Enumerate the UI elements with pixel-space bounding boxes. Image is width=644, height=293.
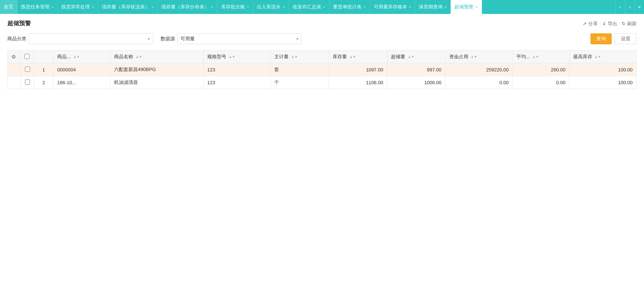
nav-close-icon[interactable]: × bbox=[151, 5, 154, 9]
select-all-checkbox[interactable] bbox=[25, 54, 30, 59]
share-button[interactable]: ➚ 分享 bbox=[583, 21, 598, 27]
nav-inventory-dist[interactable]: 现存量（库存分布表） × bbox=[158, 0, 217, 14]
table-row: 2 186-10... 机油滤清器 123 个 1106.00 1006.00 … bbox=[8, 76, 637, 89]
th-index bbox=[34, 51, 54, 63]
category-filter: 商品分类 ▾ bbox=[7, 33, 153, 44]
datasource-select-value: 可用量 bbox=[180, 36, 195, 42]
nav-close-icon[interactable]: × bbox=[247, 5, 249, 9]
category-select[interactable]: ▾ bbox=[29, 33, 153, 44]
nav-close-icon[interactable]: × bbox=[363, 5, 366, 9]
top-nav: 首页 拣货任务管理 × 拣货异常处理 × 现存量（库存状况表） × 现存量（库存… bbox=[0, 0, 644, 14]
nav-close-icon[interactable]: × bbox=[323, 5, 325, 9]
row-product-code: 186-10... bbox=[54, 76, 110, 89]
nav-close-icon[interactable]: × bbox=[475, 5, 477, 9]
refresh-icon: ↻ bbox=[622, 21, 626, 26]
page-title: 超储预警 bbox=[7, 20, 31, 27]
th-checkbox bbox=[21, 51, 34, 63]
page-header: 超储预警 ➚ 分享 ⇓ 导出 ↻ 刷新 bbox=[7, 20, 637, 27]
nav-order-stat[interactable]: 要货单统计表 × bbox=[329, 0, 370, 14]
th-spec: 规格型号 ▲▼ bbox=[204, 51, 271, 63]
th-stock: 库存量 ▲▼ bbox=[329, 51, 387, 63]
filter-area: 商品分类 ▾ 数据源 可用量 ▾ 查询 设置 bbox=[7, 33, 637, 44]
datasource-filter: 数据源 可用量 ▾ bbox=[161, 33, 302, 44]
nav-close-icon[interactable]: × bbox=[444, 5, 447, 9]
nav-arrows: ‹ › × bbox=[615, 0, 644, 14]
sort-icon[interactable]: ▲▼ bbox=[471, 55, 477, 59]
row-product-name: 六配套新昌490BPG bbox=[110, 63, 203, 76]
sort-icon[interactable]: ▲▼ bbox=[291, 55, 298, 59]
nav-picking-exception[interactable]: 拣货异常处理 × bbox=[58, 0, 98, 14]
export-button[interactable]: ⇓ 导出 bbox=[602, 21, 617, 27]
row-index: 2 bbox=[34, 76, 54, 89]
row-stock: 1097.00 bbox=[329, 63, 387, 76]
datasource-select[interactable]: 可用量 ▾ bbox=[177, 33, 302, 44]
nav-receipt-summary[interactable]: 收发存汇总表 × bbox=[289, 0, 329, 14]
sort-icon[interactable]: ▲▼ bbox=[532, 55, 539, 59]
nav-next-arrow[interactable]: › bbox=[625, 0, 634, 14]
row-settings-cell bbox=[8, 63, 21, 76]
export-icon: ⇓ bbox=[602, 21, 606, 26]
nav-close-icon[interactable]: × bbox=[92, 5, 94, 9]
nav-prev-arrow[interactable]: ‹ bbox=[615, 0, 625, 14]
nav-close-icon[interactable]: × bbox=[409, 5, 411, 9]
th-product-code: 商品... ▲▼ bbox=[54, 51, 110, 63]
row-over-stock: 997.00 bbox=[387, 63, 445, 76]
row-index: 1 bbox=[34, 63, 54, 76]
nav-quality-period[interactable]: 保质期查询 × bbox=[415, 0, 451, 14]
chevron-down-icon: ▾ bbox=[296, 37, 299, 41]
row-spec: 123 bbox=[204, 76, 271, 89]
query-button[interactable]: 查询 bbox=[590, 33, 612, 44]
nav-close-all[interactable]: × bbox=[634, 0, 644, 14]
row-max-stock: 100.00 bbox=[569, 76, 636, 89]
row-settings-cell bbox=[8, 76, 21, 89]
nav-picking-task[interactable]: 拣货任务管理 × bbox=[17, 0, 58, 14]
row-product-name: 机油滤清器 bbox=[110, 76, 203, 89]
category-label: 商品分类 bbox=[7, 36, 26, 42]
sort-icon[interactable]: ▲▼ bbox=[229, 55, 235, 59]
row-avg: 0.00 bbox=[512, 76, 569, 89]
share-icon: ➚ bbox=[583, 21, 587, 26]
sort-icon[interactable]: ▲▼ bbox=[408, 55, 414, 59]
row-checkbox-cell bbox=[21, 63, 34, 76]
refresh-button[interactable]: ↻ 刷新 bbox=[622, 21, 637, 27]
sort-icon[interactable]: ▲▼ bbox=[350, 55, 356, 59]
main-content: 超储预警 ➚ 分享 ⇓ 导出 ↻ 刷新 商品分类 ▾ 数据源 bbox=[0, 14, 644, 293]
row-max-stock: 100.00 bbox=[569, 63, 636, 76]
th-capital: 资金占用 ▲▼ bbox=[445, 51, 512, 63]
sort-icon[interactable]: ▲▼ bbox=[73, 55, 80, 59]
nav-overstock-warning[interactable]: 超储预警 × bbox=[451, 0, 482, 14]
nav-inventory-batch[interactable]: 库存批次账 × bbox=[217, 0, 253, 14]
row-unit: 套 bbox=[271, 63, 329, 76]
datasource-label: 数据源 bbox=[161, 36, 175, 42]
nav-close-icon[interactable]: × bbox=[211, 5, 213, 9]
settings-button[interactable]: 设置 bbox=[615, 33, 637, 44]
nav-close-icon[interactable]: × bbox=[282, 5, 285, 9]
table-row: 1 0000004 六配套新昌490BPG 123 套 1097.00 997.… bbox=[8, 63, 637, 76]
sort-icon[interactable]: ▲▼ bbox=[594, 55, 601, 59]
th-product-name: 商品名称 ▲▼ bbox=[110, 51, 203, 63]
data-table: ⚙ 商品... ▲▼ 商品名称 ▲▼ 规格型号 ▲▼ bbox=[7, 50, 637, 89]
gear-icon[interactable]: ⚙ bbox=[11, 54, 16, 60]
row-checkbox[interactable] bbox=[25, 79, 30, 85]
filter-buttons: 查询 设置 bbox=[590, 33, 637, 44]
header-actions: ➚ 分享 ⇓ 导出 ↻ 刷新 bbox=[583, 21, 637, 27]
row-avg: 260.00 bbox=[512, 63, 569, 76]
row-spec: 123 bbox=[204, 63, 271, 76]
row-capital: 259220.00 bbox=[445, 63, 512, 76]
th-max-stock: 最高库存 ▲▼ bbox=[569, 51, 636, 63]
sort-icon[interactable]: ▲▼ bbox=[135, 55, 142, 59]
nav-close-icon[interactable]: × bbox=[51, 5, 54, 9]
table-header-row: ⚙ 商品... ▲▼ 商品名称 ▲▼ 规格型号 ▲▼ bbox=[8, 51, 637, 63]
row-stock: 1106.00 bbox=[329, 76, 387, 89]
nav-home[interactable]: 首页 bbox=[0, 0, 17, 14]
row-capital: 0.00 bbox=[445, 76, 512, 89]
nav-available-stock[interactable]: 可用量库存账本 × bbox=[370, 0, 415, 14]
row-unit: 个 bbox=[271, 76, 329, 89]
th-over-stock: 超储量 ▲▼ bbox=[387, 51, 445, 63]
row-checkbox[interactable] bbox=[25, 67, 30, 72]
row-checkbox-cell bbox=[21, 76, 34, 89]
nav-inout-flow[interactable]: 出入库流水 × bbox=[253, 0, 289, 14]
nav-inventory-status[interactable]: 现存量（库存状况表） × bbox=[98, 0, 158, 14]
th-avg: 平均... ▲▼ bbox=[512, 51, 569, 63]
row-product-code: 0000004 bbox=[54, 63, 110, 76]
